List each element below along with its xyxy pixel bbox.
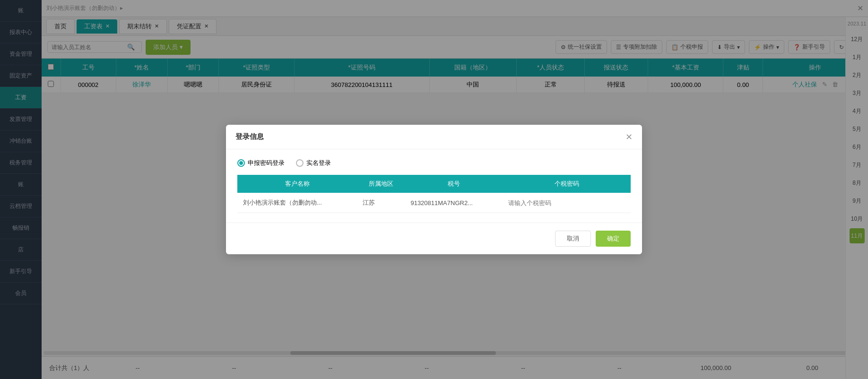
dialog-row-name: 刘小艳演示账套（勿删勿动... <box>237 193 357 213</box>
dialog-col-name: 客户名称 <box>237 175 357 193</box>
dialog-title: 登录信息 <box>235 132 264 141</box>
login-dialog: 登录信息 ✕ 申报密码登录 实名登录 客户名称 所属地区 税号 个税密码 <box>226 125 642 254</box>
dialog-col-password: 个税密码 <box>503 175 631 193</box>
radio-password-circle <box>237 159 245 167</box>
radio-realname-circle <box>296 159 304 167</box>
dialog-close-button[interactable]: ✕ <box>625 133 633 141</box>
dialog-col-region: 所属地区 <box>357 175 405 193</box>
dialog-footer: 取消 确定 <box>226 223 642 254</box>
dialog-row-region: 江苏 <box>357 193 405 213</box>
dialog-row-password[interactable] <box>503 193 631 213</box>
dialog-table: 客户名称 所属地区 税号 个税密码 刘小艳演示账套（勿删勿动... 江苏 913… <box>237 175 631 213</box>
tax-password-input[interactable] <box>508 199 593 207</box>
radio-realname-login[interactable]: 实名登录 <box>296 159 331 167</box>
dialog-body: 申报密码登录 实名登录 客户名称 所属地区 税号 个税密码 刘小艳演示账套（勿删… <box>226 149 642 223</box>
radio-password-login[interactable]: 申报密码登录 <box>237 159 285 167</box>
dialog-table-row: 刘小艳演示账套（勿删勿动... 江苏 91320811MA7NGR2... <box>237 193 631 213</box>
confirm-button[interactable]: 确定 <box>596 231 631 247</box>
dialog-row-taxid: 91320811MA7NGR2... <box>405 193 503 213</box>
dialog-col-taxid: 税号 <box>405 175 503 193</box>
dialog-header: 登录信息 ✕ <box>226 125 642 149</box>
cancel-button[interactable]: 取消 <box>555 231 591 247</box>
radio-group: 申报密码登录 实名登录 <box>237 159 631 167</box>
dialog-table-header: 客户名称 所属地区 税号 个税密码 <box>237 175 631 193</box>
